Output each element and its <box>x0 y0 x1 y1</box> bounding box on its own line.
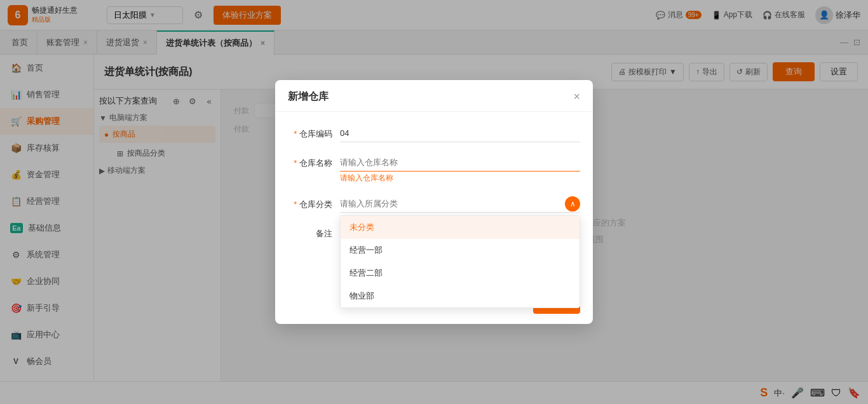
modal-overlay: 新增仓库 × 仓库编码 仓库名称 请输入仓库名称 仓库分类 <box>0 0 868 404</box>
form-row-code: 仓库编码 <box>288 125 580 142</box>
dropdown-item-dept2[interactable]: 经营二部 <box>341 262 580 285</box>
category-input[interactable] <box>340 195 580 213</box>
modal-header: 新增仓库 × <box>275 80 593 112</box>
dropdown-item-uncategorized[interactable]: 未分类 <box>341 216 580 239</box>
category-label: 仓库分类 <box>288 195 332 210</box>
dropdown-item-dept1[interactable]: 经营一部 <box>341 239 580 262</box>
category-dropdown: 未分类 经营一部 经营二部 物业部 <box>340 215 580 308</box>
modal-close-button[interactable]: × <box>573 90 580 104</box>
note-label: 备注 <box>288 224 332 239</box>
form-row-category: 仓库分类 ∧ 未分类 经营一部 经营二部 物业部 <box>288 195 580 213</box>
name-error-msg: 请输入仓库名称 <box>340 173 580 184</box>
name-input[interactable] <box>340 154 580 172</box>
category-dropdown-arrow[interactable]: ∧ <box>565 196 580 212</box>
name-label: 仓库名称 <box>288 154 332 169</box>
dropdown-item-dept3[interactable]: 物业部 <box>341 285 580 307</box>
code-input[interactable] <box>340 125 580 142</box>
form-row-name: 仓库名称 请输入仓库名称 <box>288 154 580 184</box>
modal-title: 新增仓库 <box>288 90 329 104</box>
code-field <box>340 125 580 142</box>
modal-body: 仓库编码 仓库名称 请输入仓库名称 仓库分类 ∧ <box>275 112 593 286</box>
code-label: 仓库编码 <box>288 125 332 140</box>
modal-new-warehouse: 新增仓库 × 仓库编码 仓库名称 请输入仓库名称 仓库分类 <box>275 80 593 324</box>
category-field: ∧ 未分类 经营一部 经营二部 物业部 <box>340 195 580 213</box>
name-field: 请输入仓库名称 <box>340 154 580 184</box>
